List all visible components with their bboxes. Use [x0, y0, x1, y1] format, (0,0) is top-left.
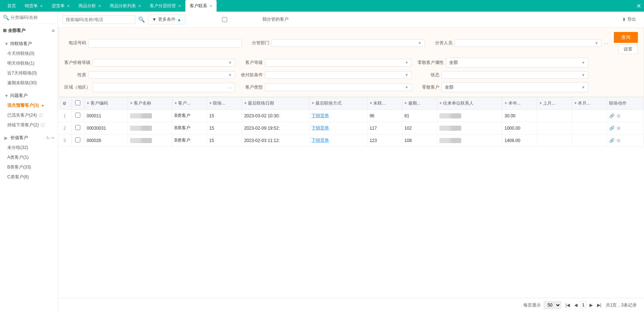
field-price-level: 客户价格等级 ▼ [64, 59, 235, 66]
export-button[interactable]: ⬆ 导出 [619, 15, 640, 24]
chevron-down-icon-status: ▼ [581, 73, 585, 77]
tab-close-contact[interactable]: ✕ [209, 4, 212, 8]
manager-select[interactable]: ▼ [455, 39, 601, 47]
query-button[interactable]: 查询 [614, 32, 638, 43]
group-pending-contact[interactable]: ▼ 待联络客户 [0, 39, 58, 49]
last-method-link[interactable]: 下销货单 [311, 125, 329, 130]
my-customers-checkbox-label[interactable]: 我分管的客户 [188, 16, 289, 23]
action-link-icon[interactable]: 🔗 [609, 126, 615, 131]
row-actions: 🔗 ⊞ [607, 110, 644, 122]
chevron-down-icon-retail: ▼ [581, 85, 585, 89]
field-retail-customer: 零散客户 全部 ▼ [418, 82, 588, 92]
sidebar-item-declining[interactable]: 持续下滑客户(2) ⓘ [0, 120, 58, 130]
row-num: 2 [58, 122, 71, 134]
sidebar-item-7days[interactable]: 近7天待联络(0) [0, 68, 58, 78]
tab-purchase[interactable]: 进货单 ✕ [47, 0, 74, 12]
tab-close-product-analysis[interactable]: ✕ [98, 4, 101, 8]
group-value-customers[interactable]: ▶ 价值客户 ↻ ✏ [0, 133, 58, 143]
warning-badge: ● [41, 103, 44, 108]
tab-close-product-list[interactable]: ✕ [138, 4, 141, 8]
sidebar-search-input[interactable] [11, 15, 58, 20]
payment-select[interactable]: ▼ [265, 71, 412, 79]
tab-home[interactable]: 首页 [3, 0, 20, 12]
sidebar-item-overdue-contact[interactable]: 逾期未联络(30) [0, 78, 58, 88]
sidebar-item-today[interactable]: 今天待联络(0) [0, 49, 58, 58]
row-no-contact: 123 [367, 134, 402, 147]
row-contact-count: 15 [207, 134, 242, 147]
row-actions: 🔗 ⊞ [607, 134, 644, 147]
next-page-btn[interactable]: ▶ [588, 302, 594, 308]
col-this-year: + 本年... [502, 97, 537, 110]
region-select[interactable]: ··· [93, 83, 235, 92]
pagination-nav: |◀ ◀ 1 ▶ ▶| 共1页，3条记录 [564, 301, 638, 309]
last-page-btn[interactable]: ▶| [596, 302, 603, 308]
window-close-icon[interactable]: ✕ [636, 3, 641, 9]
settings-button[interactable]: 设置 [618, 44, 638, 54]
row-name [128, 122, 172, 134]
action-grid-icon[interactable]: ⊞ [617, 126, 620, 131]
manager-more-btn[interactable]: ··· [604, 40, 608, 46]
refresh-icon[interactable]: ↻ [46, 135, 50, 141]
tab-product-analysis-list[interactable]: 商品分析列表 ✕ [105, 0, 145, 12]
row-contact-count: 15 [207, 122, 242, 134]
sidebar-item-churn-warning[interactable]: 流失预警客户(3) ● 90天未交易的客户，可能有流失风险。 [0, 101, 58, 110]
chevron-down-icon-retail-attr: ▼ [581, 61, 585, 65]
row-last-date: 2023-02-09 19:52: [242, 122, 309, 134]
sidebar-item-churned[interactable]: 已流失客户(24) ⓘ [0, 110, 58, 120]
search-input[interactable] [63, 15, 135, 24]
section-value-customers: ▶ 价值客户 ↻ ✏ 未分组(32) A类客户(1) B类客户(33) C类客户… [0, 131, 58, 183]
row-no-contact: 117 [367, 122, 402, 134]
sidebar-item-class-c[interactable]: C类客户(6) [0, 172, 58, 182]
sidebar-item-class-a[interactable]: A类客户(1) [0, 153, 58, 162]
status-select[interactable]: ▼ [442, 71, 588, 79]
sidebar-item-unclassified[interactable]: 未分组(32) [0, 143, 58, 153]
collapse-icon[interactable]: « [52, 27, 55, 34]
row-checkbox[interactable] [75, 113, 80, 118]
settings-gear-icon[interactable]: ⚙ [63, 101, 67, 106]
per-page-select[interactable]: 50 [544, 301, 561, 309]
sidebar-item-tomorrow[interactable]: 明天待联络(1) [0, 58, 58, 68]
level-select[interactable]: ▼ [265, 59, 412, 66]
tab-close-sales[interactable]: ✕ [40, 4, 43, 8]
all-customers-header[interactable]: ⊞ 全部客户 « [0, 25, 58, 36]
region-more-btn[interactable]: ··· [228, 85, 232, 90]
sidebar-item-class-b[interactable]: B类客户(33) [0, 162, 58, 172]
select-all-checkbox[interactable] [75, 100, 80, 105]
tab-sales-order[interactable]: 销货单 ✕ [20, 0, 47, 12]
first-page-btn[interactable]: |◀ [564, 302, 571, 308]
price-level-select[interactable]: ▼ [93, 59, 235, 66]
tab-customer-segment[interactable]: 客户分层经营 ✕ [145, 0, 185, 12]
table-row: 1 000011 B类客户 15 2023-03-02 10:30: 下销货单 … [58, 110, 644, 122]
row-checkbox[interactable] [75, 125, 80, 130]
arrow-down-icon-2: ▼ [4, 93, 9, 98]
last-method-link[interactable]: 下销货单 [311, 113, 329, 118]
tab-customer-contact[interactable]: 客户联系 ✕ [185, 0, 217, 12]
group-problem-customers[interactable]: ▼ 问题客户 [0, 91, 58, 101]
my-customers-checkbox[interactable] [188, 17, 261, 22]
col-contact-count: + 联络... [207, 97, 242, 110]
more-conditions-btn[interactable]: ▼ 更多条件 ▲ [148, 15, 185, 24]
action-link-icon[interactable]: 🔗 [609, 138, 615, 143]
action-grid-icon[interactable]: ⊞ [617, 113, 620, 118]
filter-icon: ▼ [152, 17, 157, 22]
nature-select[interactable]: ▼ [88, 71, 235, 79]
retail-customer-select[interactable]: 全部 ▼ [442, 82, 588, 92]
row-contact-count: 15 [207, 110, 242, 122]
tab-product-analysis[interactable]: 商品分析 ✕ [74, 0, 105, 12]
edit-icon[interactable]: ✏ [51, 135, 55, 141]
phone-input[interactable] [88, 39, 242, 48]
row-actions: 🔗 ⊞ [607, 122, 644, 134]
last-method-link[interactable]: 下销货单 [311, 138, 329, 143]
row-checkbox[interactable] [75, 137, 80, 142]
dept-select[interactable]: ▼ [271, 39, 425, 47]
customer-type-select[interactable]: ▼ [265, 84, 412, 91]
prev-page-btn[interactable]: ◀ [573, 302, 579, 308]
action-link-icon[interactable]: 🔗 [609, 113, 615, 118]
action-grid-icon[interactable]: ⊞ [617, 138, 620, 143]
data-table-container: ⚙ + 客户编码 + 客户名称 + 客户... + 联络... + 最后联络日期… [58, 97, 644, 298]
col-no-contact: + 未联... [367, 97, 402, 110]
search-icon-btn[interactable]: 🔍 [138, 16, 145, 23]
tab-close-purchase[interactable]: ✕ [67, 4, 70, 8]
retail-attr-select[interactable]: 全部 ▼ [446, 58, 588, 68]
tab-close-segment[interactable]: ✕ [178, 4, 181, 8]
